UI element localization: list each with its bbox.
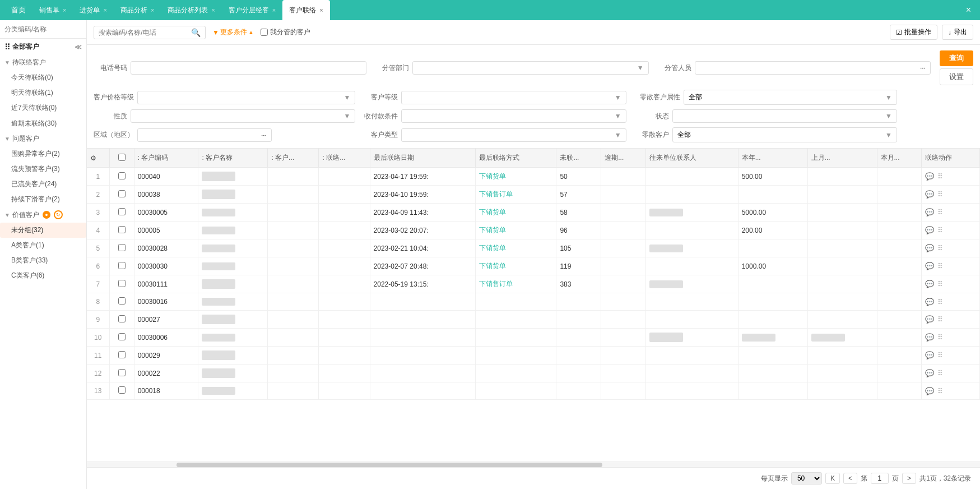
action-grid-icon[interactable]: ⠿ <box>937 369 943 377</box>
row-select-checkbox[interactable] <box>118 190 126 197</box>
sidebar-item-churn-warning[interactable]: 流失预警客户(3) <box>0 162 86 177</box>
row-checkbox[interactable] <box>109 168 134 186</box>
sidebar-item-class-b[interactable]: B类客户(33) <box>0 253 86 268</box>
close-window-button[interactable]: × <box>962 5 976 15</box>
action-chat-icon[interactable]: 💬 <box>925 369 934 377</box>
row-select-checkbox[interactable] <box>118 172 126 179</box>
action-chat-icon[interactable]: 💬 <box>925 298 934 306</box>
action-chat-icon[interactable]: 💬 <box>925 280 934 288</box>
action-grid-icon[interactable]: ⠿ <box>937 280 943 288</box>
filter-my-customers[interactable]: 我分管的客户 <box>261 27 310 37</box>
row-select-checkbox[interactable] <box>118 315 126 322</box>
action-chat-icon[interactable]: 💬 <box>925 262 934 270</box>
sidebar-item-stockpile[interactable]: 囤购异常客户(2) <box>0 146 86 162</box>
value-customer-refresh-icon[interactable]: ↻ <box>54 210 63 219</box>
action-grid-icon[interactable]: ⠿ <box>937 172 943 181</box>
filter-region-select[interactable]: ··· <box>137 128 272 142</box>
tab-close-purchase[interactable]: × <box>103 7 106 13</box>
tab-home[interactable]: 首页 <box>4 0 32 20</box>
th-settings[interactable]: ⚙ <box>87 149 109 168</box>
page-input[interactable] <box>871 473 889 484</box>
action-grid-icon[interactable]: ⠿ <box>937 351 943 359</box>
action-chat-icon[interactable]: 💬 <box>925 244 934 252</box>
row-select-checkbox[interactable] <box>118 208 126 215</box>
row-select-checkbox[interactable] <box>118 244 126 251</box>
row-checkbox[interactable] <box>109 275 134 293</box>
action-grid-icon[interactable]: ⠿ <box>937 315 943 324</box>
page-size-select[interactable]: 50 20 100 <box>791 472 822 485</box>
row-checkbox[interactable] <box>109 347 134 365</box>
filter-more-conditions[interactable]: ▼ 更多条件 ▲ <box>212 27 254 37</box>
query-button[interactable]: 查询 <box>940 50 973 66</box>
search-input[interactable] <box>99 29 189 36</box>
filter-zero-attr-select[interactable]: 全部 ▼ <box>684 90 897 105</box>
row-checkbox[interactable] <box>109 239 134 257</box>
search-icon[interactable]: 🔍 <box>191 28 201 37</box>
tab-product-analysis[interactable]: 商品分析 × <box>114 0 161 20</box>
tab-close-product-analysis[interactable]: × <box>151 7 154 13</box>
sidebar-item-overdue[interactable]: 逾期未联络(30) <box>0 116 86 131</box>
filter-person-select[interactable]: ··· <box>695 61 931 75</box>
filter-customer-type-select[interactable]: ▼ <box>401 128 626 142</box>
action-chat-icon[interactable]: 💬 <box>925 351 934 359</box>
tab-close-customer-segmentation[interactable]: × <box>272 7 276 13</box>
contact-type-link[interactable]: 下销货单 <box>479 208 506 216</box>
row-checkbox[interactable] <box>109 382 134 400</box>
row-checkbox[interactable] <box>109 186 134 204</box>
action-grid-icon[interactable]: ⠿ <box>937 262 943 270</box>
contact-type-link[interactable]: 下销售订单 <box>479 280 513 288</box>
sidebar-item-class-a[interactable]: A类客户(1) <box>0 238 86 253</box>
first-page-button[interactable]: K <box>825 473 840 484</box>
action-grid-icon[interactable]: ⠿ <box>937 333 943 342</box>
row-select-checkbox[interactable] <box>118 386 126 394</box>
row-checkbox[interactable] <box>109 257 134 275</box>
tab-close-product-analysis-list[interactable]: × <box>211 7 215 13</box>
tab-close-sales[interactable]: × <box>63 7 66 13</box>
row-select-checkbox[interactable] <box>118 226 126 233</box>
sidebar-item-7days[interactable]: 近7天待联络(0) <box>0 100 86 116</box>
filter-phone-input[interactable] <box>131 61 366 75</box>
action-grid-icon[interactable]: ⠿ <box>937 226 943 234</box>
row-checkbox[interactable] <box>109 311 134 329</box>
contact-type-link[interactable]: 下销货单 <box>479 226 506 234</box>
export-button[interactable]: ↓ 导出 <box>942 25 973 40</box>
filter-customer-level-select[interactable]: ▼ <box>401 91 626 104</box>
table-scrollbar[interactable] <box>87 462 980 467</box>
scrollbar-thumb[interactable] <box>177 463 602 467</box>
my-customers-checkbox[interactable] <box>261 29 268 36</box>
tab-product-analysis-list[interactable]: 商品分析列表 × <box>161 0 221 20</box>
row-select-checkbox[interactable] <box>118 280 126 287</box>
tab-customer-contact[interactable]: 客户联络 × <box>282 0 329 20</box>
filter-price-level-select[interactable]: ▼ <box>137 91 355 104</box>
prev-page-button[interactable]: < <box>843 473 857 484</box>
sidebar-item-today[interactable]: 今天待联络(0) <box>0 70 86 85</box>
filter-zero-customer-select[interactable]: 全部 ▼ <box>672 127 897 142</box>
th-checkbox[interactable] <box>109 149 134 168</box>
sidebar-item-class-c[interactable]: C类客户(6) <box>0 268 86 283</box>
tab-close-customer-contact[interactable]: × <box>319 7 323 13</box>
action-grid-icon[interactable]: ⠿ <box>937 208 943 216</box>
next-page-button[interactable]: > <box>902 473 916 484</box>
action-chat-icon[interactable]: 💬 <box>925 315 934 324</box>
sidebar-item-ungroup[interactable]: 未分组(32) <box>0 223 86 238</box>
filter-status-select[interactable]: ▼ <box>672 109 897 123</box>
tab-purchase[interactable]: 进货单 × <box>73 0 113 20</box>
contact-type-link[interactable]: 下销货单 <box>479 262 506 270</box>
action-grid-icon[interactable]: ⠿ <box>937 190 943 199</box>
row-select-checkbox[interactable] <box>118 369 126 376</box>
sidebar-item-declining[interactable]: 持续下滑客户(2) <box>0 192 86 207</box>
action-chat-icon[interactable]: 💬 <box>925 190 934 199</box>
action-chat-icon[interactable]: 💬 <box>925 333 934 342</box>
sidebar-search-input[interactable] <box>4 25 87 33</box>
filter-nature-select[interactable]: ▼ <box>131 109 355 123</box>
sidebar-item-lost[interactable]: 已流失客户(24) <box>0 177 86 192</box>
row-checkbox[interactable] <box>109 293 134 311</box>
action-chat-icon[interactable]: 💬 <box>925 208 934 216</box>
sidebar-collapse-button[interactable]: ≪ <box>75 43 82 51</box>
contact-type-link[interactable]: 下销售订单 <box>479 190 513 198</box>
action-grid-icon[interactable]: ⠿ <box>937 244 943 252</box>
action-grid-icon[interactable]: ⠿ <box>937 387 943 395</box>
row-select-checkbox[interactable] <box>118 297 126 305</box>
filter-dept-select[interactable]: ▼ <box>412 61 648 75</box>
filter-payment-select[interactable]: ▼ <box>401 109 626 123</box>
